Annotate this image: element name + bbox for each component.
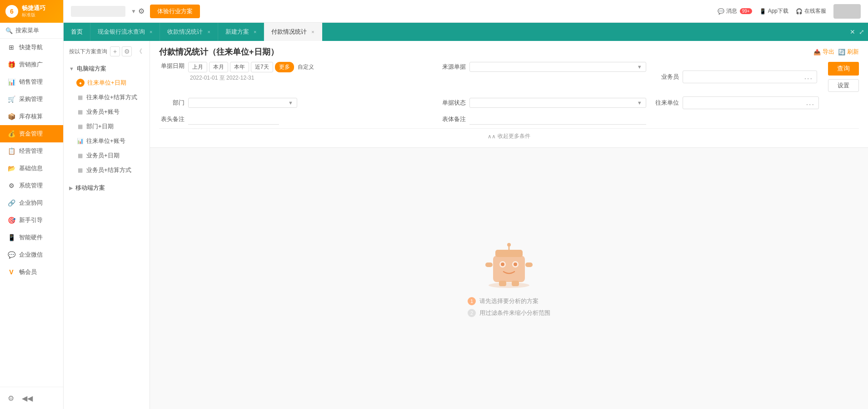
service-btn[interactable]: 🎧 在线客服 bbox=[796, 7, 826, 15]
tab-receipts[interactable]: 收款情况统计 × bbox=[160, 23, 218, 41]
tab-expand-icon[interactable]: ⤢ bbox=[859, 28, 864, 35]
tab-close-all-icon[interactable]: ✕ bbox=[850, 28, 855, 35]
tabbar-right-actions: ✕ ⤢ bbox=[846, 23, 868, 41]
desktop-category[interactable]: ▼ 电脑端方案 bbox=[64, 62, 150, 76]
scheme-item-salesman-settle[interactable]: ▦ 业务员+结算方式 bbox=[64, 163, 150, 177]
svg-point-0 bbox=[489, 283, 529, 288]
empty-tips: 1 请先选择要分析的方案 2 用过滤条件来缩小分析范围 bbox=[468, 297, 550, 317]
dropdown-arrow-icon[interactable]: ▼ bbox=[131, 8, 136, 15]
scheme-settings-btn[interactable]: ⚙ bbox=[122, 46, 132, 56]
scheme-item-salesman-date[interactable]: ▦ 业务员+日期 bbox=[64, 148, 150, 163]
sidebar-item-member[interactable]: V 畅会员 bbox=[0, 263, 63, 281]
tab-cash-flow[interactable]: 现金银行流水查询 × bbox=[90, 23, 160, 41]
scheme-item-salesman-account[interactable]: ▦ 业务员+账号 bbox=[64, 105, 150, 119]
scheme-item-dept-date[interactable]: ▦ 部门+日期 bbox=[64, 119, 150, 134]
salesman-dots-icon[interactable]: ... bbox=[804, 73, 813, 81]
tab-new-scheme[interactable]: 新建方案 × bbox=[218, 23, 264, 41]
tab-home[interactable]: 首页 bbox=[64, 23, 90, 41]
settings-button[interactable]: 设置 bbox=[828, 79, 859, 92]
tab-receipts-close[interactable]: × bbox=[207, 29, 210, 35]
guide-icon: 🎯 bbox=[7, 216, 15, 224]
tab-payments[interactable]: 付款情况统计 × bbox=[264, 23, 322, 41]
footer-collapse-btn[interactable]: ◀◀ bbox=[21, 392, 34, 404]
salesman-filter-group: 业务员 ... 查询 设置 bbox=[653, 62, 859, 92]
svg-rect-11 bbox=[499, 281, 506, 286]
sidebar-item-system[interactable]: ⚙ 系统管理 bbox=[0, 177, 63, 194]
svg-rect-1 bbox=[493, 256, 525, 282]
date-btn-custom[interactable]: 自定义 bbox=[296, 62, 316, 72]
sidebar-item-label: 销售管理 bbox=[19, 78, 43, 86]
tip-2-text: 用过滤条件来缩小分析范围 bbox=[479, 309, 550, 317]
quick-nav-icon: ⊞ bbox=[7, 43, 15, 51]
sidebar-item-base-info[interactable]: 📂 基础信息 bbox=[0, 160, 63, 177]
sidebar-item-hardware[interactable]: 📱 智能硬件 bbox=[0, 229, 63, 246]
refresh-button[interactable]: 🔄 刷新 bbox=[838, 48, 859, 56]
header-note-group: 表头备注 bbox=[159, 114, 433, 125]
app-download-btn[interactable]: 📱 App下载 bbox=[759, 7, 788, 15]
date-btn-this-year[interactable]: 本年 bbox=[230, 62, 249, 72]
doc-status-select[interactable]: ▼ bbox=[469, 98, 646, 108]
svg-rect-10 bbox=[525, 263, 533, 267]
scheme-item-partner-settle[interactable]: ▦ 往来单位+结算方式 bbox=[64, 90, 150, 105]
panel-collapse-btn[interactable]: 《 bbox=[136, 47, 142, 56]
scheme-item-partner-account[interactable]: 📊 往来单位+账号 bbox=[64, 134, 150, 148]
topbar-gear-icon[interactable]: ⚙ bbox=[138, 7, 145, 15]
tab-payments-close[interactable]: × bbox=[311, 29, 314, 35]
source-select[interactable]: ▼ bbox=[469, 62, 646, 72]
partner-dots-icon[interactable]: ... bbox=[806, 99, 815, 107]
sidebar-item-guide[interactable]: 🎯 新手引导 bbox=[0, 212, 63, 229]
dept-arrow-icon: ▼ bbox=[288, 100, 293, 106]
dept-select[interactable]: ▼ bbox=[188, 98, 297, 108]
sidebar-item-finance[interactable]: 💰 资金管理 bbox=[0, 125, 63, 142]
sidebar-item-label: 采购管理 bbox=[19, 95, 43, 103]
scheme-item-label: 业务员+日期 bbox=[86, 151, 120, 160]
user-avatar[interactable] bbox=[833, 4, 861, 19]
sidebar-item-wechat[interactable]: 💬 企业微信 bbox=[0, 246, 63, 263]
tab-home-label: 首页 bbox=[71, 28, 83, 36]
sidebar-item-sales[interactable]: 📊 销售管理 bbox=[0, 73, 63, 91]
date-btn-more[interactable]: 更多 bbox=[275, 62, 294, 72]
sidebar-item-label: 库存核算 bbox=[19, 112, 43, 121]
svg-rect-9 bbox=[485, 263, 493, 267]
date-btn-last-month[interactable]: 上月 bbox=[188, 62, 207, 72]
left-panel-header: 按以下方案查询 + ⚙ 《 bbox=[64, 41, 150, 60]
date-btn-7days[interactable]: 近7天 bbox=[251, 62, 273, 72]
filter-row-1: 单据日期 上月 本月 本年 近7天 更多 自定义 2022-01-01 至 20… bbox=[159, 62, 859, 92]
sidebar-item-purchase[interactable]: 🛒 采购管理 bbox=[0, 91, 63, 108]
scheme-item-label: 往来单位+日期 bbox=[87, 79, 126, 87]
partner-select[interactable]: ... bbox=[683, 96, 819, 109]
main-area: ▼ ⚙ 体验行业方案 💬 消息 99+ 📱 App下载 🎧 在线客服 首页 bbox=[64, 0, 868, 409]
partner-filter-group: 往来单位 ... bbox=[653, 96, 859, 109]
export-button[interactable]: 📤 导出 bbox=[813, 48, 834, 56]
tab-cash-flow-close[interactable]: × bbox=[150, 29, 152, 35]
search-menu[interactable]: 🔍 搜索菜单 bbox=[0, 23, 63, 39]
scheme-item-label: 往来单位+账号 bbox=[86, 137, 125, 145]
sidebar-item-marketing[interactable]: 🎁 营销推广 bbox=[0, 56, 63, 73]
scheme-item-partner-date[interactable]: ● 往来单位+日期 bbox=[64, 76, 150, 90]
sidebar-item-enterprise[interactable]: 🔗 企业协同 bbox=[0, 194, 63, 212]
dept-filter-group: 部门 ▼ bbox=[159, 98, 433, 108]
body-note-label: 表体备注 bbox=[440, 115, 466, 123]
sidebar-item-operations[interactable]: 📋 经营管理 bbox=[0, 142, 63, 160]
query-button[interactable]: 查询 bbox=[828, 62, 859, 76]
date-btn-this-month[interactable]: 本月 bbox=[209, 62, 228, 72]
add-scheme-btn[interactable]: + bbox=[110, 46, 120, 56]
mobile-category[interactable]: ▶ 移动端方案 bbox=[64, 181, 150, 195]
right-panel: 付款情况统计（往来单位+日期） 📤 导出 🔄 刷新 bbox=[150, 41, 868, 409]
trial-button[interactable]: 体验行业方案 bbox=[150, 5, 200, 18]
tab-new-scheme-close[interactable]: × bbox=[254, 29, 256, 35]
header-note-input[interactable] bbox=[188, 114, 279, 125]
sidebar-item-quick-nav[interactable]: ⊞ 快捷导航 bbox=[0, 39, 63, 56]
member-icon: V bbox=[7, 268, 15, 276]
body-note-input[interactable] bbox=[469, 114, 646, 125]
table-icon-3: ▦ bbox=[76, 123, 84, 130]
sidebar-item-inventory[interactable]: 📦 库存核算 bbox=[0, 108, 63, 125]
sidebar-item-label: 经营管理 bbox=[19, 147, 43, 155]
header-actions: 📤 导出 🔄 刷新 bbox=[813, 48, 859, 56]
salesman-select[interactable]: ... bbox=[683, 71, 817, 83]
footer-settings-btn[interactable]: ⚙ bbox=[5, 392, 17, 404]
collapse-more-btn[interactable]: ∧∧ 收起更多条件 bbox=[159, 128, 859, 144]
logo-name: 畅捷通巧 bbox=[22, 5, 45, 12]
message-btn[interactable]: 💬 消息 99+ bbox=[718, 7, 752, 15]
body-note-group: 表体备注 bbox=[440, 114, 646, 125]
